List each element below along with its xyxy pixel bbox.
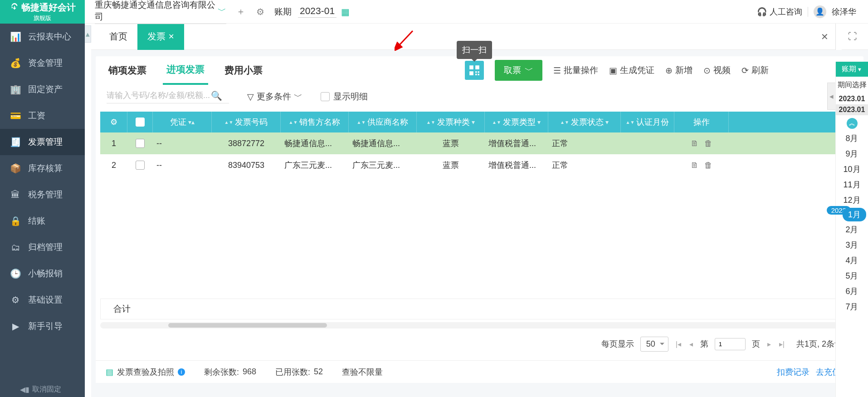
th-label: 发票类型 (503, 117, 536, 127)
scroll-up-icon[interactable]: ︽ (847, 118, 858, 129)
period-value[interactable]: 2023-01 (298, 5, 336, 18)
th-status[interactable]: ▲▼发票状态▾ (548, 112, 621, 132)
th-checkbox[interactable] (127, 112, 153, 132)
th-auth-month[interactable]: ▲▼认证月份 (621, 112, 674, 132)
sidebar-unpin[interactable]: ◀▮取消固定 (0, 380, 85, 397)
month-item[interactable]: 7月 (836, 299, 868, 314)
month-item-active[interactable]: 1月 (843, 208, 866, 221)
customer-service-button[interactable]: 🎧 人工咨询 (757, 6, 802, 17)
th-invoice-no[interactable]: ▲▼发票号码 (212, 112, 281, 132)
period-year[interactable]: 2023.01 (836, 93, 868, 104)
sidebar-scroll-tab[interactable]: ▴ (85, 25, 91, 43)
calendar-icon[interactable]: ▦ (341, 6, 350, 17)
svg-rect-4 (478, 71, 479, 73)
th-seller[interactable]: ▲▼销售方名称 (281, 112, 349, 132)
delete-icon[interactable]: 🗑 (704, 139, 712, 148)
filter-icon: ▾ (537, 118, 541, 126)
month-item[interactable]: 12月 (836, 192, 868, 208)
add-icon[interactable]: ＋ (236, 5, 245, 18)
inner-tab-purchase[interactable]: 进项发票 (163, 56, 208, 85)
sidebar-item-reimburse[interactable]: 🕒小畅报销 (0, 260, 85, 287)
scrollbar-thumb[interactable] (168, 323, 327, 328)
more-conditions-button[interactable]: ▽更多条件﹀ (247, 91, 302, 103)
pin-icon: ◀▮ (20, 385, 29, 394)
row-checkbox[interactable] (136, 161, 145, 170)
inner-tab-sales[interactable]: 销项发票 (105, 57, 150, 84)
month-item[interactable]: 8月 (836, 131, 868, 146)
cell-kind: 蓝票 (417, 132, 485, 154)
tab-invoice[interactable]: 发票✕ (137, 24, 184, 50)
next-page-icon[interactable]: ▸ (766, 340, 772, 348)
fullscreen-icon[interactable]: ⛶ (846, 30, 859, 43)
sidebar-item-tax[interactable]: 🏛税务管理 (0, 181, 85, 208)
info-icon[interactable]: i (178, 368, 185, 376)
inner-tab-expense[interactable]: 费用小票 (221, 57, 266, 84)
tab-home[interactable]: 首页 (99, 24, 137, 50)
show-detail-toggle[interactable]: 显示明细 (321, 91, 368, 103)
unlimited-label: 查验不限量 (342, 367, 383, 377)
cell-supplier: 畅捷通信息... (352, 138, 400, 149)
sidebar-item-archive[interactable]: 🗂归档管理 (0, 234, 85, 260)
close-all-icon[interactable]: ✕ (818, 30, 831, 43)
total-row: 合计 (100, 299, 859, 319)
sidebar-item-asset[interactable]: 🏢固定资产 (0, 76, 85, 103)
search-input[interactable] (107, 91, 211, 100)
th-supplier[interactable]: ▲▼供应商名称 (349, 112, 417, 132)
month-item[interactable]: 3月 (836, 237, 868, 253)
avatar[interactable]: 👤 (814, 5, 826, 18)
th-voucher[interactable]: 凭证▾▴ (153, 112, 212, 132)
table-row[interactable]: 2 -- 83940753 广东三元麦... 广东三元麦... 蓝票 增值税普通… (100, 154, 859, 176)
month-item[interactable]: 6月 (836, 284, 868, 299)
fee-log-link[interactable]: 扣费记录 (777, 367, 809, 377)
month-item[interactable]: 4月 (836, 253, 868, 268)
gear-icon[interactable]: ⚙ (256, 6, 264, 17)
sidebar-item-inventory[interactable]: 📦库存核算 (0, 155, 85, 181)
per-page-select[interactable]: 50 (640, 337, 668, 352)
search-icon[interactable]: 🔍 (211, 90, 222, 101)
verify-label[interactable]: 发票查验及拍照 (117, 367, 174, 377)
close-icon[interactable]: ✕ (168, 32, 174, 41)
pick-invoice-button[interactable]: 取票﹀ (495, 60, 542, 81)
last-page-icon[interactable]: ▸| (778, 340, 785, 348)
sidebar-item-guide[interactable]: ▶新手引导 (0, 313, 85, 339)
sidebar-item-basic[interactable]: ⚙基础设置 (0, 287, 85, 313)
period-button[interactable]: 账期▼ (836, 62, 868, 77)
th-label: 认证月份 (636, 117, 669, 127)
sidebar-item-invoice[interactable]: 🧾发票管理 (0, 129, 85, 155)
first-page-icon[interactable]: |◂ (675, 340, 682, 348)
sidebar-item-label: 归档管理 (28, 241, 63, 253)
month-item[interactable]: 5月 (836, 268, 868, 284)
bank-icon: 🏛 (10, 190, 21, 200)
view-icon[interactable]: 🗎 (691, 139, 699, 148)
gen-voucher-button[interactable]: ▣生成凭证 (609, 64, 654, 76)
video-button[interactable]: ⊙视频 (703, 64, 731, 76)
sidebar-item-salary[interactable]: 💳工资 (0, 103, 85, 129)
table-row[interactable]: 1 -- 38872772 畅捷通信息... 畅捷通信息... 蓝票 增值税普通… (100, 132, 859, 154)
month-item[interactable]: 9月 (836, 146, 868, 162)
add-button[interactable]: ⊕新增 (665, 64, 692, 76)
svg-rect-1 (475, 65, 479, 69)
prev-page-icon[interactable]: ◂ (688, 340, 694, 348)
sidebar-item-close[interactable]: 🔒结账 (0, 208, 85, 234)
month-item[interactable]: 11月 (836, 177, 868, 192)
month-item[interactable]: 10月 (836, 162, 868, 177)
delete-icon[interactable]: 🗑 (704, 161, 712, 170)
th-settings[interactable]: ⚙ (100, 112, 127, 132)
refresh-button[interactable]: ⟳刷新 (741, 64, 769, 76)
cell-voucher: -- (153, 132, 212, 154)
month-item[interactable]: 2月 (836, 222, 868, 237)
view-icon[interactable]: 🗎 (691, 161, 699, 170)
th-type[interactable]: ▲▼发票类型▾ (485, 112, 548, 132)
horizontal-scrollbar[interactable] (100, 322, 859, 328)
sidebar-item-report[interactable]: 📊云报表中心 (0, 24, 85, 50)
sidebar-item-fund[interactable]: 💰资金管理 (0, 50, 85, 76)
batch-button[interactable]: ☰批量操作 (553, 64, 598, 76)
page-input[interactable] (715, 338, 746, 350)
th-kind[interactable]: ▲▼发票种类▾ (417, 112, 485, 132)
company-selector[interactable]: 重庆畅捷通交通信息咨询有限公司 ﹀ (95, 0, 226, 24)
username: 徐泽华 (832, 6, 856, 17)
row-checkbox[interactable] (136, 139, 145, 148)
th-label: 操作 (693, 117, 710, 127)
period-year[interactable]: 2023.01 (836, 104, 868, 115)
period-collapse-tab[interactable]: ◂ (827, 83, 835, 110)
